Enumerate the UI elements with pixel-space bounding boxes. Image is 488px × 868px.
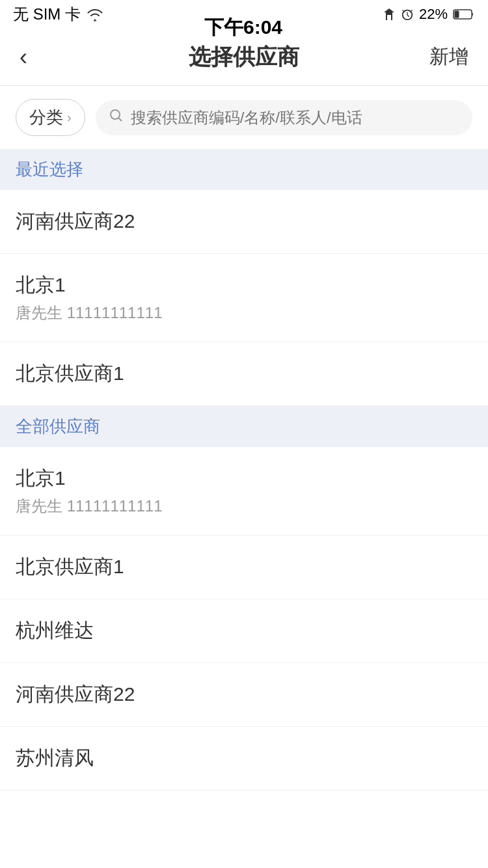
- item-name: 北京1: [16, 272, 472, 299]
- wifi-icon: [86, 7, 104, 21]
- battery-icon: [453, 8, 475, 20]
- list-item[interactable]: 北京1 唐先生 11111111111: [0, 254, 488, 342]
- search-box: [96, 100, 472, 135]
- battery-level: 22%: [419, 6, 448, 23]
- list-item[interactable]: 河南供应商22: [0, 663, 488, 727]
- item-name: 北京供应商1: [16, 360, 472, 387]
- chevron-right-icon: ›: [67, 110, 72, 125]
- list-item[interactable]: 北京供应商1: [0, 342, 488, 406]
- status-time: 下午6:04: [204, 14, 282, 41]
- category-button[interactable]: 分类 ›: [16, 99, 85, 136]
- status-right: 22%: [383, 6, 475, 23]
- item-name: 北京供应商1: [16, 554, 472, 580]
- search-icon: [109, 108, 124, 128]
- item-name: 杭州维达: [16, 617, 472, 644]
- list-item[interactable]: 苏州清风: [0, 727, 488, 791]
- search-input[interactable]: [131, 109, 459, 127]
- status-bar: 无 SIM 卡 下午6:04 22%: [0, 0, 488, 29]
- list-item[interactable]: 河南供应商22: [0, 190, 488, 254]
- item-sub: 唐先生 11111111111: [16, 496, 472, 517]
- list-item[interactable]: 杭州维达: [0, 599, 488, 663]
- page-title: 选择供应商: [189, 42, 299, 72]
- all-list: 北京1 唐先生 11111111111 北京供应商1 杭州维达 河南供应商22 …: [0, 447, 488, 791]
- list-item[interactable]: 北京供应商1: [0, 536, 488, 599]
- recent-list: 河南供应商22 北京1 唐先生 11111111111 北京供应商1: [0, 190, 488, 406]
- add-button[interactable]: 新增: [429, 44, 468, 70]
- item-sub: 唐先生 11111111111: [16, 303, 472, 323]
- alarm-icon: [401, 7, 414, 21]
- recent-section-header: 最近选择: [0, 149, 488, 190]
- svg-rect-2: [455, 11, 459, 18]
- item-name: 河南供应商22: [16, 208, 472, 235]
- item-name: 河南供应商22: [16, 681, 472, 708]
- filter-bar: 分类 ›: [0, 86, 488, 149]
- back-button[interactable]: ‹: [20, 44, 59, 71]
- status-left: 无 SIM 卡: [13, 4, 104, 25]
- list-item[interactable]: 北京1 唐先生 11111111111: [0, 447, 488, 536]
- location-icon: [383, 7, 396, 21]
- sim-status: 无 SIM 卡: [13, 4, 81, 25]
- item-name: 苏州清风: [16, 745, 472, 772]
- category-label: 分类: [29, 106, 63, 129]
- item-name: 北京1: [16, 465, 472, 492]
- all-section-header: 全部供应商: [0, 406, 488, 447]
